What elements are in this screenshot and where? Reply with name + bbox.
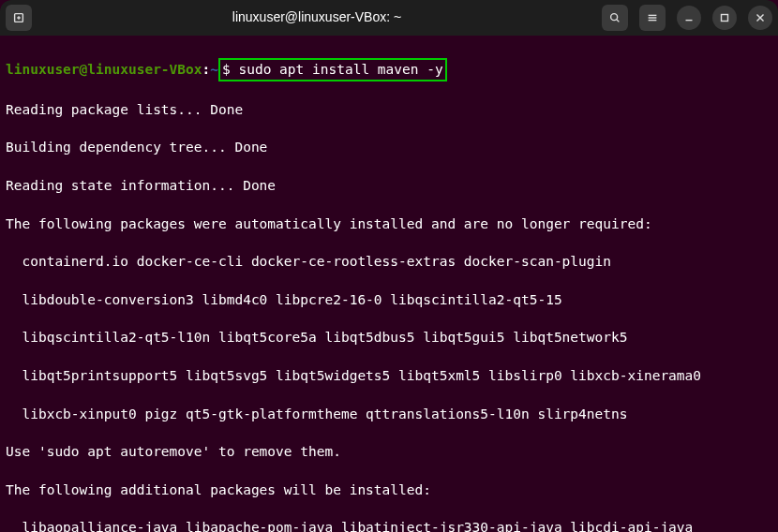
prompt-colon: : [202, 62, 211, 77]
output-line: Reading package lists... Done [6, 100, 772, 119]
output-line: Use 'sudo apt autoremove' to remove them… [6, 442, 772, 461]
output-line: Reading state information... Done [6, 176, 772, 195]
minimize-button[interactable] [677, 6, 701, 30]
window-title: linuxuser@linuxuser-VBox: ~ [37, 8, 596, 27]
menu-button[interactable] [639, 5, 666, 31]
output-line: libqscintilla2-qt5-l10n libqt5core5a lib… [6, 328, 772, 347]
output-line: The following packages were automaticall… [6, 214, 772, 233]
close-button[interactable] [748, 6, 772, 30]
search-button[interactable] [602, 5, 628, 31]
prompt-dollar: $ [222, 62, 238, 77]
output-line: libaopalliance-java libapache-pom-java l… [6, 518, 772, 532]
command-text: sudo apt install maven -y [238, 62, 442, 77]
output-line: The following additional packages will b… [6, 480, 772, 499]
maximize-button[interactable] [712, 6, 737, 30]
prompt-user-host: linuxuser@linuxuser-VBox [6, 62, 202, 77]
svg-line-4 [617, 20, 620, 22]
titlebar: linuxuser@linuxuser-VBox: ~ [0, 0, 778, 36]
prompt-path: ~ [210, 62, 218, 77]
new-tab-button[interactable] [6, 5, 32, 31]
svg-rect-9 [722, 15, 728, 22]
prompt-line: linuxuser@linuxuser-VBox:~$ sudo apt ins… [6, 58, 772, 81]
output-line: libxcb-xinput0 pigz qt5-gtk-platformthem… [6, 405, 772, 423]
output-line: libqt5printsupport5 libqt5svg5 libqt5wid… [6, 366, 772, 385]
svg-point-3 [611, 14, 618, 21]
output-line: libdouble-conversion3 libmd4c0 libpcre2-… [6, 290, 772, 309]
terminal-body[interactable]: linuxuser@linuxuser-VBox:~$ sudo apt ins… [0, 36, 778, 532]
command-highlight: $ sudo apt install maven -y [218, 58, 447, 81]
output-line: containerd.io docker-ce-cli docker-ce-ro… [6, 252, 772, 271]
output-line: Building dependency tree... Done [6, 138, 772, 156]
